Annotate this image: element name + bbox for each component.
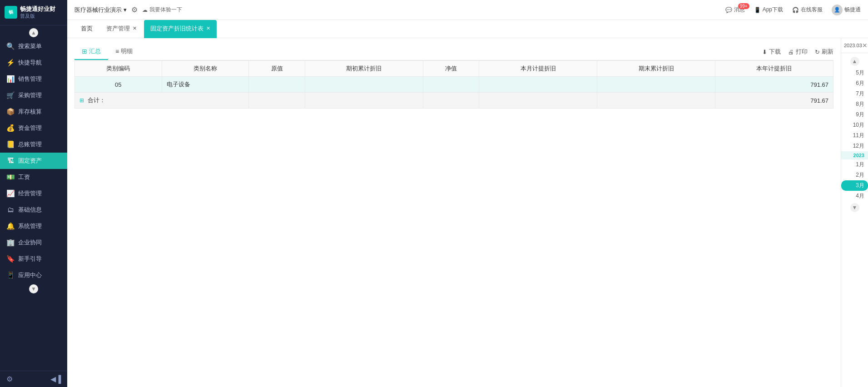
refresh-label: 刷新 [822,48,833,56]
message-btn[interactable]: 💬 消息 99+ [725,6,745,14]
month-11[interactable]: 11月 [841,130,868,141]
month-1[interactable]: 1月 [841,159,868,170]
print-btn[interactable]: 🖨 打印 [788,48,808,56]
tab-depreciation-close[interactable]: ✕ [206,25,210,31]
tab-depreciation-report[interactable]: 固定资产折旧统计表 ✕ [144,20,217,38]
month-5[interactable]: 5月 [841,68,868,78]
download-icon: ⬇ [762,49,767,55]
month-2[interactable]: 2月 [841,170,868,180]
operation-icon: 📈 [6,189,15,198]
cell-initial-dep [305,77,423,93]
sidebar-label-operation: 经营管理 [18,189,42,198]
total-ending-dep [597,93,715,109]
date-scroll-up-btn[interactable]: ▲ [850,57,859,66]
detail-icon: ≡ [115,48,119,55]
month-7[interactable]: 7月 [841,89,868,99]
cell-monthly-dep [479,77,597,93]
month-8[interactable]: 8月 [841,99,868,109]
experience-btn[interactable]: ☁ 我要体验一下 [142,6,182,14]
content-area: ⊞ 汇总 ≡ 明细 ⬇ 下载 🖨 打印 [67,38,868,387]
payroll-icon: 💵 [6,173,15,181]
online-service-label: 在线客服 [801,6,823,14]
sub-tab-detail[interactable]: ≡ 明细 [108,44,140,60]
scroll-up-btn[interactable]: ▲ [29,28,38,37]
sidebar-item-payroll[interactable]: 💵 工资 [0,169,67,185]
panel-icons: ✕ ⤢ [862,42,868,49]
sidebar-footer: ⚙ ◀▐ [0,371,67,387]
sidebar-label-guide: 新手引导 [18,255,42,263]
sidebar-item-system[interactable]: 🔔 系统管理 [0,218,67,234]
settings-icon[interactable]: ⚙ [6,375,13,383]
experience-label: 我要体验一下 [149,6,182,14]
company-selector[interactable]: 医疗器械行业演示 ▾ [74,6,127,14]
sidebar-item-inventory[interactable]: 📦 库存核算 [0,104,67,120]
panel-header: 2023.03 ✕ ⤢ [841,38,868,53]
sidebar-label-basic-info: 基础信息 [18,206,42,214]
breadcrumb-bar: 首页 资产管理 ✕ 固定资产折旧统计表 ✕ [67,20,868,38]
sidebar-item-finance[interactable]: 💰 资金管理 [0,120,67,136]
col-annual-dep: 本年计提折旧 [715,61,833,77]
enterprise-icon: 🏢 [6,238,15,247]
panel-close-icon[interactable]: ✕ [862,42,868,49]
sidebar-item-sales[interactable]: 📊 销售管理 [0,71,67,87]
detail-label: 明细 [121,47,133,55]
month-4[interactable]: 4月 [841,191,868,201]
total-annual-dep: 791.67 [715,93,833,109]
tab-home[interactable]: 首页 [74,20,99,38]
ledger-icon: 📒 [6,140,15,149]
search-icon: 🔍 [6,42,15,50]
topbar-settings-icon[interactable]: ⚙ [131,5,138,14]
tab-asset-close[interactable]: ✕ [133,25,137,31]
month-6[interactable]: 6月 [841,78,868,89]
sidebar-item-guide[interactable]: 🔖 新手引导 [0,251,67,267]
finance-icon: 💰 [6,124,15,132]
refresh-btn[interactable]: ↻ 刷新 [815,48,833,56]
app-title: 畅捷通好业财 [20,5,55,13]
user-menu[interactable]: 👤 畅捷通 [832,5,861,15]
sidebar-item-quick-nav[interactable]: ⚡ 快捷导航 [0,55,67,71]
col-monthly-dep: 本月计提折旧 [479,61,597,77]
app-center-icon: 📱 [6,271,15,279]
app-download-btn[interactable]: 📱 App下载 [754,6,783,14]
app-title-block: 畅捷通好业财 普及版 [20,5,55,20]
main-area: 医疗器械行业演示 ▾ ⚙ ☁ 我要体验一下 💬 消息 99+ 📱 App下载 🎧… [67,0,868,387]
month-12[interactable]: 12月 [841,141,868,151]
sidebar-label-finance: 资金管理 [18,124,42,132]
topbar: 医疗器械行业演示 ▾ ⚙ ☁ 我要体验一下 💬 消息 99+ 📱 App下载 🎧… [67,0,868,20]
download-btn[interactable]: ⬇ 下载 [762,48,781,56]
collapse-icon[interactable]: ◀▐ [50,375,61,383]
sidebar-label-quick-nav: 快捷导航 [18,59,42,67]
sidebar-nav: ▲ 🔍 搜索菜单 ⚡ 快捷导航 📊 销售管理 🛒 采购管理 📦 库存核算 💰 资… [0,25,67,371]
sidebar-item-operation[interactable]: 📈 经营管理 [0,185,67,202]
headset-icon: 🎧 [792,7,799,13]
sidebar-item-purchase[interactable]: 🛒 采购管理 [0,87,67,104]
avatar: 👤 [832,5,843,15]
month-3-active[interactable]: 3月 [841,180,868,191]
month-10[interactable]: 10月 [841,120,868,130]
tab-asset-label: 资产管理 [106,25,130,33]
sidebar-item-enterprise[interactable]: 🏢 企业协同 [0,234,67,251]
date-panel: 2023.03 ✕ ⤢ ▲ 5月 6月 7月 8月 9月 10月 11月 12月… [841,38,868,387]
scroll-down-btn[interactable]: ▼ [29,284,38,293]
sidebar-item-basic-info[interactable]: 🗂 基础信息 [0,202,67,218]
sidebar-label-system: 系统管理 [18,222,42,230]
tab-asset-management[interactable]: 资产管理 ✕ [100,20,143,38]
sidebar-label-enterprise: 企业协同 [18,238,42,247]
total-expand-icon: ⊞ [79,97,84,104]
sidebar-item-app-center[interactable]: 📱 应用中心 [0,267,67,283]
date-scroll-down-btn[interactable]: ▼ [850,203,859,212]
sidebar: 畅 畅捷通好业财 普及版 ▲ 🔍 搜索菜单 ⚡ 快捷导航 📊 销售管理 🛒 采购… [0,0,67,387]
sidebar-item-ledger[interactable]: 📒 总账管理 [0,136,67,153]
sidebar-item-search[interactable]: 🔍 搜索菜单 [0,38,67,55]
sales-icon: 📊 [6,75,15,83]
col-initial-dep: 期初累计折旧 [305,61,423,77]
month-9[interactable]: 9月 [841,109,868,120]
summary-icon: ⊞ [82,48,87,55]
tab-depreciation-label: 固定资产折旧统计表 [150,25,203,33]
sidebar-item-fixed-assets[interactable]: 🏗 固定资产 [0,153,67,169]
app-subtitle: 普及版 [20,13,55,20]
sidebar-header: 畅 畅捷通好业财 普及版 [0,0,67,25]
online-service-btn[interactable]: 🎧 在线客服 [792,6,823,14]
sub-tab-summary[interactable]: ⊞ 汇总 [74,44,108,60]
message-badge: 99+ [738,3,749,9]
